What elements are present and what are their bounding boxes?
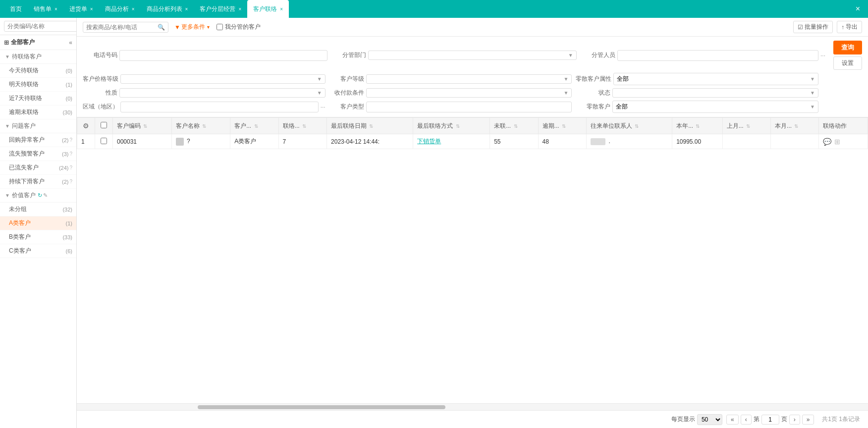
status-select[interactable]: ▼ xyxy=(612,88,818,98)
all-customers-header[interactable]: ⊞ 全部客户 « xyxy=(0,35,76,50)
close-icon[interactable]: × xyxy=(90,6,93,12)
more-filters-button[interactable]: ▼ 更多条件 ▼ xyxy=(171,21,214,33)
collapse-icon[interactable]: « xyxy=(69,39,72,46)
export-icon: ↑ xyxy=(841,24,844,31)
price-level-select[interactable]: ▼ xyxy=(120,74,326,84)
sort-icon[interactable]: ⇅ xyxy=(456,123,460,129)
col-current-month-label: 本月... xyxy=(775,122,792,129)
sort-icon[interactable]: ⇅ xyxy=(514,123,518,129)
settings-button[interactable]: 设置 xyxy=(833,56,862,70)
export-button[interactable]: ↑ 导出 xyxy=(837,21,862,33)
sidebar-item-tomorrow-pending[interactable]: 明天待联络 (1) xyxy=(0,78,76,92)
sidebar-group-problem[interactable]: ▼ 问题客户 xyxy=(0,119,76,133)
my-customers-checkbox-input[interactable] xyxy=(217,24,223,30)
nav-product-analysis[interactable]: 商品分析 × xyxy=(99,0,141,18)
row-uncontacted: 55 xyxy=(490,134,538,149)
nav-product-analysis-list[interactable]: 商品分析列表 × xyxy=(141,0,194,18)
sort-icon[interactable]: ⇅ xyxy=(562,123,566,129)
retail-attr-select[interactable]: 全部 ▼ xyxy=(613,73,818,85)
close-icon[interactable]: × xyxy=(132,6,135,12)
payment-select[interactable]: ▼ xyxy=(366,88,572,98)
page-number-input[interactable] xyxy=(761,415,779,425)
sort-icon[interactable]: ⇅ xyxy=(635,123,639,129)
close-icon[interactable]: × xyxy=(54,6,57,12)
col-last-method: 最后联络方式 ⇅ xyxy=(413,118,490,134)
edit-icon[interactable]: ✎ xyxy=(43,192,48,199)
nav-home[interactable]: 首页 xyxy=(4,0,28,18)
search-icon[interactable]: 🔍 xyxy=(158,24,165,31)
dept-select[interactable]: ▼ xyxy=(368,51,576,60)
first-page-button[interactable]: « xyxy=(726,415,739,425)
nav-sales-order[interactable]: 销售单 × xyxy=(28,0,63,18)
sidebar-item-declining[interactable]: 持续下滑客户 (2) ? xyxy=(0,175,76,189)
region-input[interactable] xyxy=(120,102,319,112)
close-icon[interactable]: × xyxy=(238,6,241,12)
sort-icon[interactable]: ⇅ xyxy=(794,123,798,129)
sort-icon[interactable]: ⇅ xyxy=(369,123,373,129)
customer-level-select[interactable]: ▼ xyxy=(366,74,572,84)
main-layout: 🔍 ⊞ 全部客户 « ▼ 待联络客户 今天待联络 (0) 明天待联络 (1) 近… xyxy=(0,18,868,428)
sort-icon[interactable]: ⇅ xyxy=(696,123,700,129)
sort-icon[interactable]: ⇅ xyxy=(143,123,147,129)
sidebar-search-input[interactable] xyxy=(4,21,77,32)
pagination-bar: 每页显示 50 100 200 « ‹ 第 页 › » 共1页 1条记录 xyxy=(77,410,868,428)
sidebar-item-7days-pending[interactable]: 近7天待联络 (0) xyxy=(0,92,76,106)
my-customers-checkbox[interactable]: 我分管的客户 xyxy=(217,23,261,31)
per-page-select[interactable]: 50 100 200 xyxy=(697,414,722,425)
close-icon[interactable]: × xyxy=(280,6,283,12)
next-page-button[interactable]: › xyxy=(789,415,800,425)
close-icon[interactable]: × xyxy=(185,6,188,12)
refresh-icon[interactable]: ↻ xyxy=(38,192,42,199)
sort-icon[interactable]: ⇅ xyxy=(746,123,750,129)
sidebar-group-value[interactable]: ▼ 价值客户 ↻ ✎ xyxy=(0,189,76,203)
column-settings-button[interactable]: ⚙ xyxy=(82,121,90,131)
nature-select[interactable]: ▼ xyxy=(119,88,326,98)
top-navigation: 首页 销售单 × 进货单 × 商品分析 × 商品分析列表 × 客户分层经营 × … xyxy=(0,0,868,18)
phone-label: 电话号码 xyxy=(83,51,117,59)
sidebar-search-area: 🔍 xyxy=(0,18,76,35)
sidebar-item-overdue[interactable]: 逾期未联络 (30) xyxy=(0,106,76,119)
horizontal-scrollbar[interactable] xyxy=(77,403,868,410)
sidebar-item-churned[interactable]: 已流失客户 (24) ? xyxy=(0,161,76,175)
nav-customer-segment[interactable]: 客户分层经营 × xyxy=(194,0,247,18)
sidebar-item-today-pending[interactable]: 今天待联络 (0) xyxy=(0,64,76,78)
sidebar-item-repurchase-abnormal[interactable]: 回购异常客户 (2) ? xyxy=(0,133,76,147)
qr-icon[interactable]: ⊞ xyxy=(834,138,840,146)
scroll-thumb[interactable] xyxy=(198,405,445,409)
sidebar-item-unclassified[interactable]: 未分组 (32) xyxy=(0,203,76,216)
more-icon[interactable]: ··· xyxy=(820,52,825,59)
batch-ops-button[interactable]: ☑ 批量操作 xyxy=(793,21,833,33)
customer-type-field: 客户类型 xyxy=(329,102,572,112)
last-method-link[interactable]: 下销货单 xyxy=(417,138,441,145)
retail-customer-select[interactable]: 全部 ▼ xyxy=(612,101,818,113)
col-last-month-label: 上月... xyxy=(727,122,744,129)
prev-page-button[interactable]: ‹ xyxy=(741,415,752,425)
sort-icon[interactable]: ⇅ xyxy=(302,123,306,129)
sidebar-item-class-c[interactable]: C类客户 (6) xyxy=(0,244,76,258)
manager-input[interactable] xyxy=(617,50,818,61)
query-button[interactable]: 查询 xyxy=(833,41,862,54)
payment-label: 收付款条件 xyxy=(329,89,364,97)
sidebar-item-class-b[interactable]: B类客户 (33) xyxy=(0,230,76,244)
row-overdue: 48 xyxy=(538,134,586,149)
table-checkbox-col xyxy=(95,118,113,134)
nav-customer-contact[interactable]: 客户联络 × xyxy=(247,0,289,18)
row-select-checkbox[interactable] xyxy=(101,138,107,144)
sidebar-item-class-a[interactable]: A类客户 (1) xyxy=(0,216,76,230)
sort-icon[interactable]: ⇅ xyxy=(202,123,206,129)
customer-type-input[interactable] xyxy=(366,102,572,112)
phone-input[interactable] xyxy=(119,50,327,61)
window-close-icon[interactable]: × xyxy=(852,4,864,13)
nav-purchase-order[interactable]: 进货单 × xyxy=(63,0,99,18)
last-page-button[interactable]: » xyxy=(802,415,814,425)
sidebar-group-pending[interactable]: ▼ 待联络客户 xyxy=(0,50,76,64)
select-all-checkbox[interactable] xyxy=(101,122,107,128)
sort-icon[interactable]: ⇅ xyxy=(254,123,258,129)
filter-row-4: 区域（地区） ··· 客户类型 零散客户 全部 ▼ xyxy=(83,101,862,113)
more-icon[interactable]: ··· xyxy=(321,104,326,110)
sidebar-item-churn-warning[interactable]: 流失预警客户 (3) ? xyxy=(0,147,76,161)
search-input[interactable] xyxy=(86,24,156,31)
region-label: 区域（地区） xyxy=(83,103,118,111)
row-contact-count: 7 xyxy=(278,134,326,149)
chat-icon[interactable]: 💬 xyxy=(823,138,831,146)
